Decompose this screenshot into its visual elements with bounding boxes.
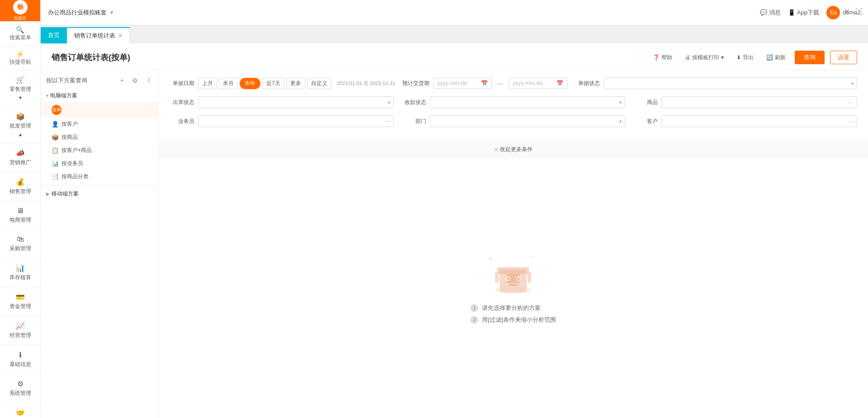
goods-more-icon: ··· [849, 99, 853, 105]
help-button[interactable]: ❓ 帮助 [649, 52, 676, 63]
doc-status-group: 单据状态 [575, 77, 857, 89]
expected-date-start-input[interactable]: yyyy-mm-dd 📅 [433, 78, 492, 89]
sidebar-item-finance[interactable]: 💳 资金管理 [0, 287, 40, 316]
tip-text-1: 请先选择要分析的方案 [482, 304, 541, 312]
app-logo[interactable]: 畅 标题页 [0, 0, 40, 21]
dept-select[interactable] [430, 115, 626, 127]
sidebar-item-purchase[interactable]: 🛍 采购管理 [0, 230, 40, 258]
page-title: 销售订单统计表(按单) [52, 52, 130, 63]
sidebar-item-retail[interactable]: 🛒 零售管理 ▾ [0, 70, 40, 107]
date-btn-more[interactable]: 更多 [286, 78, 305, 89]
sidebar-item-sales[interactable]: 💰 销售管理 [0, 172, 40, 201]
salesman-input[interactable]: ··· [198, 115, 394, 127]
tree-item-by-goods[interactable]: 📦 按商品 [41, 131, 158, 144]
settings-button[interactable]: 设置 [830, 51, 857, 64]
empty-tip-2: 2 用[过滤]条件来缩小分析范围 [470, 316, 556, 324]
ship-status-select-wrap [198, 96, 394, 108]
tree-expand-icon: ▾ [46, 93, 48, 98]
doc-status-label: 单据状态 [575, 80, 600, 87]
print-icon: 🖨 [685, 54, 690, 61]
salesman-group: 业务员 ··· [169, 115, 394, 127]
tree-item-by-customer-goods[interactable]: 📋 按客户+商品 [41, 144, 158, 157]
ecom-icon: 🖥 [17, 207, 24, 215]
tree-item-by-customer[interactable]: 👤 按客户 [41, 118, 158, 131]
goods-group: 商品 ··· [632, 96, 857, 108]
tree-parent-mobile[interactable]: ▶ 移动端方案 [41, 187, 158, 200]
query-button[interactable]: 查询 [795, 51, 825, 64]
avatar: Ea [826, 6, 840, 19]
close-tab-icon[interactable]: ✕ [844, 7, 850, 16]
salesman-more-icon: ··· [385, 118, 390, 124]
refresh-button[interactable]: 🔄 刷新 [763, 52, 789, 63]
ship-status-select[interactable] [198, 96, 394, 108]
message-button[interactable]: 💬 消息 [760, 9, 781, 17]
maximize-icon[interactable]: ⛶ [855, 8, 863, 16]
payment-status-select[interactable] [430, 96, 626, 108]
dropdown-arrow-icon[interactable]: ▾ [110, 9, 113, 16]
sidebar-finance-label: 资金管理 [9, 303, 31, 310]
date-btn-this-month[interactable]: 本月 [219, 78, 238, 89]
sidebar: 畅 标题页 🔍 搜索菜单 ⚡ 快捷导航 🛒 零售管理 ▾ 📦 批发管理 ▴ 📣 … [0, 0, 41, 418]
collapse-panel-button[interactable]: 《 [142, 76, 152, 86]
expected-date-start-placeholder: yyyy-mm-dd [437, 80, 467, 86]
date-dash: — [495, 80, 505, 87]
logo-icon: 畅 [13, 0, 28, 14]
template-print-button[interactable]: 🖨 按模板打印 ▾ [681, 52, 727, 63]
date-btn-custom[interactable]: 自定义 [307, 78, 331, 89]
sidebar-item-system[interactable]: ⚙ 系统管理 [0, 374, 40, 403]
filter-area: 单据日期 上月 本月 本年 近7天 更多 自定义 2023-01-01 至 20… [158, 70, 868, 142]
empty-tip-1: 1 请先选择要分析的方案 [470, 304, 556, 312]
tab-sales-order-stats[interactable]: 销售订单统计表 ✕ [67, 27, 130, 43]
sidebar-item-quick-nav[interactable]: ⚡ 快捷导航 [0, 47, 40, 70]
sidebar-marketing-label: 营销推广 [9, 159, 31, 166]
sidebar-item-basic[interactable]: ℹ 基础信息 [0, 345, 40, 374]
empty-state: ✦ ✦ ✦ 1 请先选择要分析的方案 2 用[过滤]条件来缩小分析范围 [158, 157, 868, 418]
goods-label: 商品 [632, 99, 658, 106]
svg-point-6 [507, 278, 509, 280]
date-buttons: 上月 本月 本年 近7天 更多 自定义 [198, 78, 331, 89]
operation-icon: 📈 [16, 322, 25, 330]
doc-status-select[interactable] [604, 77, 857, 89]
sidebar-item-search[interactable]: 🔍 搜索菜单 [0, 21, 40, 47]
ship-status-label: 出库状态 [169, 99, 194, 106]
date-btn-last-month[interactable]: 上月 [198, 78, 217, 89]
tree-parent-pc[interactable]: ▾ 电脑端方案 [41, 89, 158, 102]
expected-date-end-input[interactable]: yyyy-mm-dd 📅 [509, 78, 567, 89]
date-btn-this-year[interactable]: 本年 [240, 78, 260, 89]
tree-item-by-order[interactable]: 按单 [41, 102, 158, 118]
sidebar-item-inventory[interactable]: 📊 库存核算 [0, 258, 40, 287]
app-download-button[interactable]: 📱 App下载 [788, 9, 819, 17]
payment-status-label: 收款状态 [401, 99, 426, 106]
export-button[interactable]: ⬇ 导出 [733, 52, 757, 63]
goods-input[interactable]: ··· [661, 96, 857, 108]
tab-home[interactable]: 首页 [41, 27, 67, 43]
payment-status-select-wrap [430, 96, 626, 108]
settings-scheme-button[interactable]: ⚙ [130, 76, 140, 86]
date-btn-last-7[interactable]: 近7天 [262, 78, 284, 89]
sidebar-system-label: 系统管理 [9, 390, 31, 397]
tree-item-by-salesman[interactable]: 📊 按业务员 [41, 157, 158, 170]
purchase-icon: 🛍 [17, 235, 24, 243]
sidebar-item-marketing[interactable]: 📣 营销推广 [0, 143, 40, 172]
doc-status-select-wrap [604, 77, 857, 89]
sidebar-item-ecom[interactable]: 🖥 电商管理 [0, 201, 40, 230]
tab-home-label: 首页 [48, 31, 60, 39]
download-icon: 📱 [788, 9, 795, 16]
pc-section-label: 电脑端方案 [50, 92, 77, 100]
topbar-left: 办公用品行业模拟账套 ▾ [48, 9, 113, 17]
tab-close-icon[interactable]: ✕ [118, 33, 123, 39]
dept-label: 部门 [401, 118, 426, 125]
empty-illustration: ✦ ✦ ✦ [486, 252, 540, 297]
sidebar-sales-label: 销售管理 [9, 188, 31, 195]
dept-select-wrap [430, 115, 626, 127]
sidebar-item-enterprise[interactable]: 🤝 企业协同 [0, 403, 40, 418]
app-name: 标题页 [14, 15, 26, 21]
collapse-bar[interactable]: ∧ 收起更多条件 [158, 142, 868, 157]
tree-item-by-goods-category[interactable]: 📑 按商品分类 [41, 170, 158, 183]
window-controls: ✕ ⛶ [839, 0, 868, 23]
sidebar-item-wholesale[interactable]: 📦 批发管理 ▴ [0, 107, 40, 143]
customer-input[interactable]: ··· [661, 115, 857, 127]
svg-text:✦: ✦ [488, 256, 493, 262]
add-scheme-button[interactable]: ＋ [117, 76, 127, 86]
sidebar-item-operation[interactable]: 📈 经营管理 [0, 316, 40, 345]
